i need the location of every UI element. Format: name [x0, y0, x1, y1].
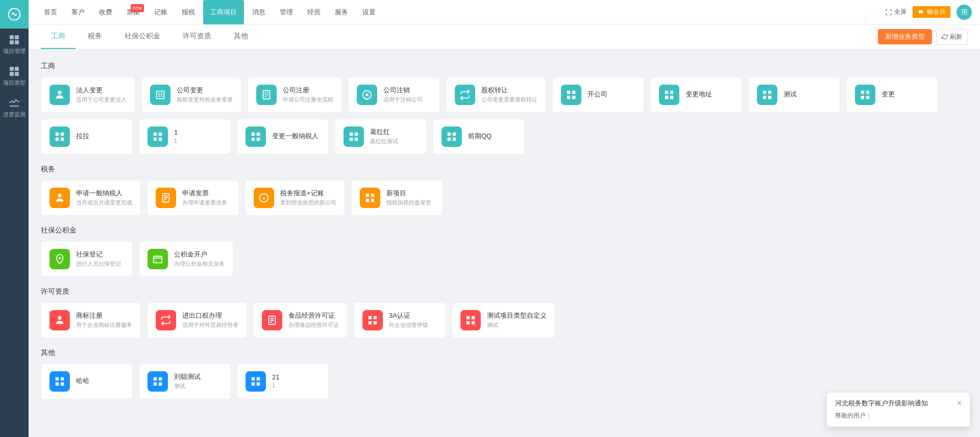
svg-rect-78	[374, 321, 377, 324]
refresh-button[interactable]: 刷新	[936, 29, 968, 45]
svg-rect-79	[467, 316, 470, 319]
nav-operation[interactable]: 经营	[300, 0, 328, 24]
card-info: 税务报道+记账 拿到营业执照的新公司	[280, 189, 336, 207]
card-icon	[246, 126, 266, 147]
card-open-company[interactable]: 开公司	[552, 77, 644, 113]
nav-customer[interactable]: 客户	[64, 0, 92, 24]
card-num1[interactable]: 1 1	[139, 119, 231, 155]
svg-rect-23	[567, 96, 570, 99]
sub-tabs: 工商 税务 社保公积金 许可资质 其他 新增业务类型 刷新	[29, 24, 980, 49]
nav-billing[interactable]: 收费	[92, 0, 119, 24]
card-new-project[interactable]: 新项目 报税加税控盘保管	[351, 180, 443, 216]
transfer-icon	[459, 89, 471, 100]
card-info: 公司注册 申请公司注册全流程	[283, 86, 333, 104]
card-icon	[148, 249, 168, 269]
new-business-type-button[interactable]: 新增业务类型	[878, 29, 932, 44]
svg-rect-30	[768, 91, 771, 94]
card-info: 法人变更 适用于公司变更法人	[76, 86, 127, 104]
nav-manage[interactable]: 管理	[273, 0, 300, 24]
svg-rect-12	[158, 95, 160, 97]
card-info: 公司注销 适用于注销公司	[383, 86, 431, 104]
card-info: 前期QQ	[468, 132, 516, 142]
card-trademark[interactable]: 商标注册 用于企业商标注册服务	[41, 302, 141, 338]
card-info: 测试	[783, 90, 831, 100]
sidebar-logo[interactable]	[0, 0, 29, 29]
card-equity-transfer[interactable]: 股权转让 公司变更需要股权转让	[446, 77, 546, 113]
fullscreen-btn[interactable]: 全屏	[885, 8, 906, 16]
card-company-register[interactable]: 公司注册 申请公司注册全流程	[248, 77, 342, 113]
card-info: 3A认证 对企业信誉评级	[389, 311, 437, 329]
vip-button[interactable]: 畅会员	[913, 6, 950, 18]
svg-rect-43	[154, 138, 157, 141]
card-tax-report[interactable]: ¥ 税务报道+记账 拿到营业执照的新公司	[245, 180, 345, 216]
sidebar-item-label: 进度监测	[3, 111, 26, 118]
card-haha[interactable]: 哈哈	[41, 364, 133, 399]
card-info: 公司变更 股权变更外的业务变更	[177, 86, 233, 104]
svg-point-70	[58, 316, 61, 320]
nav-settings[interactable]: 设置	[355, 0, 383, 24]
svg-point-57	[58, 194, 61, 197]
card-test[interactable]: 测试	[748, 77, 840, 113]
chart-icon	[8, 97, 20, 109]
card-company-cancel[interactable]: 公司注销 适用于注销公司	[348, 77, 440, 113]
card-early-qq[interactable]: 前期QQ	[433, 119, 525, 155]
card-info: 变更一般纳税人	[272, 132, 320, 142]
nav-message[interactable]: 消息	[245, 0, 273, 24]
card-food-license[interactable]: 食品经营许可证 办理食品经营许可证	[253, 302, 348, 338]
card-social-register[interactable]: 社保登记 进行人员社保登记	[41, 241, 133, 277]
ie-icon	[160, 315, 172, 326]
grid4-icon	[54, 131, 65, 142]
card-info: 进出口权办理 适用于对外贸易经营者	[182, 311, 238, 329]
card-info: 新项目 报税加税控盘保管	[386, 189, 434, 207]
card-apply-taxpayer[interactable]: 申请一般纳税人 当月或次月成变更完成	[41, 180, 141, 216]
nav-tax[interactable]: 报税	[175, 0, 202, 24]
notif-header: 河北税务数字账户升级影响通知 ×	[835, 399, 962, 408]
nav-service[interactable]: 服务	[328, 0, 355, 24]
svg-rect-53	[448, 133, 451, 136]
tab-social[interactable]: 社保公积金	[114, 24, 170, 49]
card-company-change[interactable]: 公司变更 股权变更外的业务变更	[141, 77, 241, 113]
sidebar-item-project-manage[interactable]: 项目管理	[0, 29, 29, 60]
avatar[interactable]: 用	[957, 5, 972, 20]
nav-accounting[interactable]: 记账	[147, 0, 175, 24]
svg-rect-54	[453, 133, 456, 136]
svg-rect-40	[61, 138, 64, 141]
card-fund-account[interactable]: 公积金开户 办理公积金相关业务	[139, 241, 233, 277]
tab-license[interactable]: 许可资质	[173, 24, 222, 49]
tab-other[interactable]: 其他	[224, 24, 258, 49]
sidebar-item-progress-monitor[interactable]: 进度监测	[0, 92, 29, 123]
card-change-address[interactable]: 变更地址	[650, 77, 742, 113]
card-change-taxpayer[interactable]: 变更一般纳税人	[237, 119, 329, 155]
nav-home[interactable]: 首页	[37, 0, 64, 24]
card-gehonghong[interactable]: 葛红红 葛红红测试	[335, 119, 427, 155]
new-badge: new	[131, 4, 144, 12]
card-icon	[148, 126, 168, 147]
card-test-type[interactable]: 测试项目类型自定义 测试	[452, 302, 555, 338]
notif-close-button[interactable]: ×	[957, 399, 962, 408]
sidebar-item-project-type[interactable]: 项目类型	[0, 60, 29, 92]
tab-tax[interactable]: 税务	[78, 24, 112, 49]
card-change[interactable]: 变更	[846, 77, 938, 113]
taxpayer-icon	[54, 192, 65, 203]
card-liu-ceshi[interactable]: 刘聪测试 测试	[139, 364, 231, 399]
card-info: 食品经营许可证 办理食品经营许可证	[288, 311, 339, 329]
notif-title: 河北税务数字账户升级影响通知	[835, 399, 928, 408]
svg-rect-0	[10, 35, 14, 39]
card-3a-cert[interactable]: 3A认证 对企业信誉评级	[354, 302, 446, 338]
notification-popup: 河北税务数字账户升级影响通知 × 尊敬的用户：	[827, 393, 970, 427]
card-legal-change[interactable]: 法人变更 适用于公司变更法人	[41, 77, 135, 113]
card-import-export[interactable]: 进出口权办理 适用于对外贸易经营者	[147, 302, 247, 338]
food-icon	[266, 315, 278, 326]
svg-rect-26	[670, 91, 673, 94]
svg-rect-86	[61, 382, 64, 385]
card-icon	[561, 85, 581, 105]
card-info: 公积金开户 办理公积金相关业务	[174, 250, 225, 268]
card-21[interactable]: 21 1	[237, 364, 329, 399]
nav-tickets[interactable]: 票据 new	[119, 0, 147, 24]
tab-industry[interactable]: 工商	[41, 24, 76, 49]
card-icon	[50, 188, 70, 208]
cert-icon	[367, 315, 378, 326]
card-lala[interactable]: 拉拉	[41, 119, 133, 155]
nav-industry[interactable]: 工商项目	[203, 0, 244, 24]
card-apply-invoice[interactable]: 申请发票 办理申请发票业务	[147, 180, 239, 216]
